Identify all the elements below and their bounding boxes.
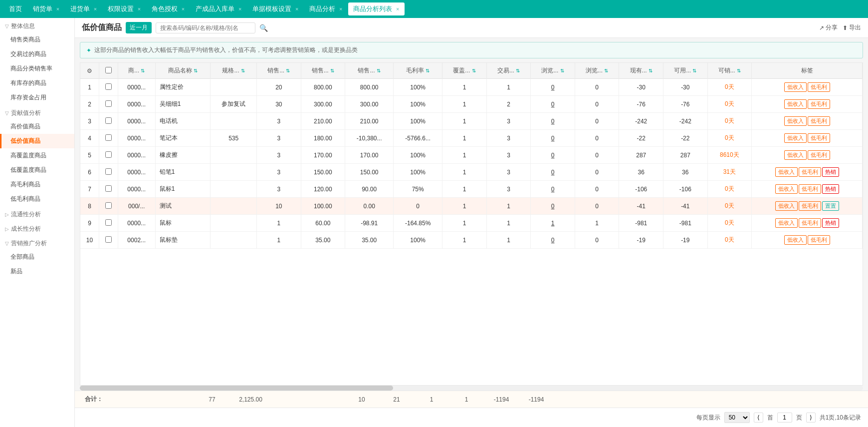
sidebar-item-high-coverage[interactable]: 高覆盖度商品 xyxy=(0,148,74,163)
views1-value[interactable]: 0 xyxy=(551,101,555,108)
views1-value[interactable]: 0 xyxy=(551,118,555,125)
sidebar-item-new-products[interactable]: 新品 xyxy=(0,264,74,279)
cell-views1[interactable]: 0 xyxy=(531,130,575,147)
sidebar-item-all-products[interactable]: 全部商品 xyxy=(0,250,74,264)
col-coverage[interactable]: 覆盖... ⇅ xyxy=(442,63,487,79)
views1-value[interactable]: 0 xyxy=(551,84,555,91)
cell-views1[interactable]: 0 xyxy=(531,113,575,130)
nav-template[interactable]: 单据模板设置 × xyxy=(247,2,303,15)
col-settings[interactable]: ⚙ xyxy=(80,63,99,79)
sidebar-item-low-coverage[interactable]: 低覆盖度商品 xyxy=(0,163,74,177)
col-transactions[interactable]: 交易... ⇅ xyxy=(486,63,531,79)
nav-close-sales[interactable]: × xyxy=(56,6,59,12)
nav-close-analysis-list[interactable]: × xyxy=(396,6,399,12)
nav-close-template[interactable]: × xyxy=(295,6,298,12)
row-checkbox[interactable] xyxy=(105,236,112,243)
nav-home[interactable]: 首页 xyxy=(4,2,27,15)
row-checkbox[interactable] xyxy=(105,219,112,226)
sidebar-item-stocked-products[interactable]: 有库存的商品 xyxy=(0,76,74,90)
nav-product-inbound[interactable]: 产成品入库单 × xyxy=(191,2,246,15)
col-checkbox[interactable] xyxy=(99,63,118,79)
cell-views1[interactable]: 0 xyxy=(531,181,575,198)
col-sales-avg[interactable]: 销售... ⇅ xyxy=(345,63,394,79)
nav-close-role[interactable]: × xyxy=(182,6,185,12)
cell-views1[interactable]: 0 xyxy=(531,96,575,113)
views1-value[interactable]: 1 xyxy=(551,220,555,227)
next-page-button[interactable]: ⟩ xyxy=(806,413,816,423)
nav-purchase-order[interactable]: 进货单 × xyxy=(65,2,102,15)
cell-checkbox[interactable] xyxy=(99,181,118,198)
row-checkbox[interactable] xyxy=(105,151,112,158)
col-name[interactable]: 商品名称 ⇅ xyxy=(155,63,211,79)
sidebar-item-low-margin[interactable]: 低毛利商品 xyxy=(0,192,74,206)
nav-close-permission[interactable]: × xyxy=(138,6,141,12)
cell-checkbox[interactable] xyxy=(99,164,118,181)
select-all-checkbox[interactable] xyxy=(105,67,112,73)
sidebar-item-stock-capital[interactable]: 库存资金占用 xyxy=(0,90,74,105)
nav-close-analysis[interactable]: × xyxy=(339,6,342,12)
col-sellable[interactable]: 可销... ⇅ xyxy=(707,63,752,79)
sidebar-item-high-margin[interactable]: 高毛利商品 xyxy=(0,177,74,192)
search-icon[interactable]: 🔍 xyxy=(259,24,268,32)
col-sales-amt[interactable]: 销售... ⇅ xyxy=(301,63,345,79)
col-gross-rate[interactable]: 毛利率 ⇅ xyxy=(394,63,442,79)
nav-role-auth[interactable]: 角色授权 × xyxy=(147,2,190,15)
row-checkbox[interactable] xyxy=(105,117,112,124)
date-filter-button[interactable]: 近一月 xyxy=(126,22,152,33)
views1-value[interactable]: 0 xyxy=(551,237,555,244)
sidebar-group-flow[interactable]: ▷ 流通性分析 xyxy=(0,206,74,221)
cell-checkbox[interactable] xyxy=(99,215,118,232)
cell-checkbox[interactable] xyxy=(99,198,118,215)
row-checkbox[interactable] xyxy=(105,168,112,175)
first-page-button[interactable]: ⟨ xyxy=(754,413,763,423)
sidebar-item-high-value[interactable]: 高价值商品 xyxy=(0,119,74,134)
per-page-select[interactable]: 50 100 200 xyxy=(724,412,750,423)
nav-close-purchase[interactable]: × xyxy=(94,6,97,12)
sidebar-item-low-value[interactable]: 低价值商品 xyxy=(0,134,74,148)
views1-value[interactable]: 0 xyxy=(551,152,555,159)
row-checkbox[interactable] xyxy=(105,83,112,90)
cell-views1[interactable]: 0 xyxy=(531,198,575,215)
sidebar-group-contribution[interactable]: ▽ 贡献值分析 xyxy=(0,105,74,119)
cell-views1[interactable]: 0 xyxy=(531,232,575,249)
col-spec[interactable]: 规格... ⇅ xyxy=(211,63,257,79)
share-button[interactable]: ↗ 分享 xyxy=(819,23,838,32)
col-available[interactable]: 可用... ⇅ xyxy=(663,63,708,79)
cell-views1[interactable]: 0 xyxy=(531,147,575,164)
nav-analysis-list[interactable]: 商品分析列表 × xyxy=(348,2,404,15)
views1-value[interactable]: 0 xyxy=(551,203,555,210)
search-input[interactable] xyxy=(156,22,255,33)
col-code[interactable]: 商... ⇅ xyxy=(118,63,155,79)
col-stock[interactable]: 现有... ⇅ xyxy=(619,63,663,79)
sidebar-item-category-sales-rate[interactable]: 商品分类销售率 xyxy=(0,61,74,76)
row-checkbox[interactable] xyxy=(105,100,112,107)
sidebar-item-sales-products[interactable]: 销售类商品 xyxy=(0,32,74,47)
cell-views1[interactable]: 1 xyxy=(531,215,575,232)
page-input[interactable] xyxy=(777,413,792,423)
footer-scrollbar[interactable] xyxy=(80,386,863,391)
col-views1[interactable]: 浏览... ⇅ xyxy=(531,63,575,79)
sidebar-group-overall[interactable]: ▽ 整体信息 xyxy=(0,18,74,32)
cell-checkbox[interactable] xyxy=(99,232,118,249)
row-checkbox[interactable] xyxy=(105,202,112,209)
cell-views1[interactable]: 0 xyxy=(531,164,575,181)
row-checkbox[interactable] xyxy=(105,185,112,192)
cell-checkbox[interactable] xyxy=(99,130,118,147)
sidebar-group-growth[interactable]: ▷ 成长性分析 xyxy=(0,221,74,235)
export-button[interactable]: ⬆ 导出 xyxy=(843,23,861,32)
sidebar-item-traded-products[interactable]: 交易过的商品 xyxy=(0,47,74,61)
cell-checkbox[interactable] xyxy=(99,113,118,130)
views1-value[interactable]: 0 xyxy=(551,135,555,142)
col-sales-qty[interactable]: 销售... ⇅ xyxy=(257,63,301,79)
nav-permission[interactable]: 权限设置 × xyxy=(103,2,146,15)
cell-checkbox[interactable] xyxy=(99,79,118,96)
views1-value[interactable]: 0 xyxy=(551,186,555,193)
nav-sales-order[interactable]: 销货单 × xyxy=(28,2,64,15)
cell-views1[interactable]: 0 xyxy=(531,79,575,96)
footer-scrollbar-thumb[interactable] xyxy=(80,386,393,391)
sidebar-group-marketing[interactable]: ▽ 营销推广分析 xyxy=(0,235,74,250)
nav-product-analysis[interactable]: 商品分析 × xyxy=(304,2,347,15)
nav-close-product[interactable]: × xyxy=(238,6,241,12)
col-views2[interactable]: 浏览... ⇅ xyxy=(575,63,619,79)
cell-checkbox[interactable] xyxy=(99,147,118,164)
